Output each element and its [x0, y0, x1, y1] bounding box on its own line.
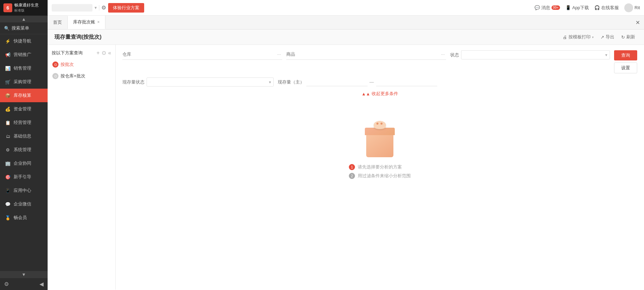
- sidebar-item-label-inventory: 库存核算: [14, 92, 31, 98]
- experience-btn[interactable]: 体验行业方案: [108, 3, 144, 13]
- add-schema-btn[interactable]: +: [97, 50, 100, 56]
- export-btn[interactable]: ↗ 导出: [598, 33, 616, 41]
- quick-nav-icon: ⚡: [5, 38, 11, 44]
- sidebar-item-quick-nav[interactable]: ⚡ 快捷导航: [0, 34, 48, 48]
- sales-icon: 📊: [5, 65, 11, 71]
- app-download-btn[interactable]: 📱 App下载: [565, 5, 589, 11]
- tab-close-icon[interactable]: ×: [97, 20, 100, 24]
- inventory-amount-max[interactable]: [376, 78, 437, 86]
- left-panel-title: 按以下方案查询: [52, 50, 83, 56]
- export-icon: ↗: [600, 35, 604, 40]
- sidebar-item-operation[interactable]: 📋 经营管理: [0, 116, 48, 129]
- chevron-up-icon: ▲▲: [361, 91, 370, 96]
- warehouse-input[interactable]: [133, 50, 274, 58]
- page-header-actions: 🖨 按模板打印 ▾ ↗ 导出 ↻ 刷新: [561, 33, 637, 41]
- page-title: 现存量查询(按批次): [54, 34, 102, 41]
- scroll-up-btn[interactable]: ▲: [0, 16, 48, 22]
- search-menu[interactable]: 🔍 搜索菜单: [0, 22, 48, 34]
- box-face: [374, 121, 386, 129]
- marketing-icon: 📢: [5, 52, 11, 58]
- scroll-down-btn[interactable]: ▼: [0, 271, 48, 278]
- online-service-btn[interactable]: 🎧 在线客服: [594, 5, 619, 11]
- inventory-status-select-wrapper: ▾: [147, 77, 274, 87]
- right-panel: 仓库 ··· 商品 ··· 状态: [116, 45, 644, 290]
- schema-label-by-batch: 按批次: [61, 61, 74, 68]
- messages-icon: 💬: [535, 5, 540, 10]
- settings-button[interactable]: 设置: [614, 62, 637, 73]
- sidebar-item-system[interactable]: ⚙ 系统管理: [0, 143, 48, 157]
- schema-icon-batch: ⊙: [52, 61, 58, 68]
- status-select-wrapper: ▾: [461, 50, 610, 59]
- sidebar-item-label-marketing: 营销推广: [14, 52, 31, 58]
- purchase-icon: 🛒: [5, 79, 11, 85]
- sidebar-item-member[interactable]: 🏅 畅会员: [0, 211, 48, 224]
- sidebar-item-sales[interactable]: 📊 销售管理: [0, 61, 48, 75]
- schema-settings-btn[interactable]: ⊙: [102, 50, 106, 56]
- tab-home-label: 首页: [53, 19, 62, 25]
- operation-icon: 📋: [5, 120, 11, 126]
- app-logo: 6: [3, 3, 12, 12]
- box-body: [366, 133, 393, 157]
- topbar-divider: [99, 5, 99, 11]
- messages-badge: 99+: [552, 5, 560, 10]
- headset-icon: 🎧: [594, 5, 600, 10]
- empty-illustration: [359, 120, 400, 157]
- refresh-icon: ↻: [621, 35, 625, 40]
- schema-item-by-warehouse-batch[interactable]: ⊙ 按仓库+批次: [48, 70, 115, 82]
- tab-inventory-batch-label: 库存批次账: [73, 19, 95, 25]
- export-label: 导出: [606, 34, 614, 40]
- collapse-filter-btn[interactable]: ▲▲ 收起更多条件: [122, 89, 637, 99]
- member-icon: 🏅: [5, 215, 11, 221]
- sidebar-item-enterprise[interactable]: 🏢 企业协同: [0, 157, 48, 170]
- sidebar-item-marketing[interactable]: 📢 营销推广: [0, 48, 48, 61]
- sidebar-item-label-sales: 销售管理: [14, 65, 31, 71]
- search-menu-label: 搜索菜单: [12, 25, 29, 31]
- print-btn[interactable]: 🖨 按模板打印 ▾: [561, 33, 596, 41]
- sidebar-item-newbie[interactable]: 🎯 新手引导: [0, 170, 48, 184]
- user-name: Rit: [634, 5, 640, 10]
- sidebar-item-app-center[interactable]: 📱 应用中心: [0, 184, 48, 197]
- sidebar-settings-icon[interactable]: ⚙: [4, 281, 9, 287]
- hint-text-2: 用过滤条件来缩小分析范围: [358, 173, 411, 179]
- range-separator: —: [370, 79, 374, 85]
- sidebar-item-label-finance: 资金管理: [14, 106, 31, 112]
- face-dot-right: [380, 123, 383, 125]
- sidebar-item-label-wechat: 企业微信: [14, 201, 31, 207]
- topbar-search-input[interactable]: [52, 4, 92, 12]
- schema-label-by-warehouse-batch: 按仓库+批次: [61, 73, 85, 79]
- sidebar-item-wechat[interactable]: 💬 企业微信: [0, 197, 48, 211]
- finance-icon: 💰: [5, 106, 11, 112]
- search-icon: 🔍: [4, 26, 10, 31]
- page-header: 现存量查询(按批次) 🖨 按模板打印 ▾ ↗ 导出 ↻ 刷新: [48, 30, 644, 45]
- inventory-amount-min[interactable]: [306, 78, 368, 86]
- tabs-close-all-btn[interactable]: ✕: [631, 19, 644, 26]
- sidebar-item-purchase[interactable]: 🛒 采购管理: [0, 75, 48, 89]
- print-dropdown-icon[interactable]: ▾: [592, 35, 594, 39]
- topbar-settings-icon[interactable]: ⚙: [101, 4, 106, 11]
- sidebar-item-finance[interactable]: 💰 资金管理: [0, 102, 48, 116]
- messages-btn[interactable]: 💬 消息 99+: [535, 5, 560, 11]
- product-input[interactable]: [297, 50, 438, 58]
- sidebar-item-label-quick-nav: 快捷导航: [14, 38, 31, 44]
- inventory-status-select[interactable]: [147, 77, 274, 87]
- schema-item-by-batch[interactable]: ⊙ 按批次: [48, 59, 115, 70]
- user-avatar: [624, 3, 633, 12]
- refresh-btn[interactable]: ↻ 刷新: [619, 33, 637, 41]
- online-service-label: 在线客服: [601, 5, 619, 11]
- tab-home[interactable]: 首页: [48, 16, 68, 29]
- schema-collapse-btn[interactable]: «: [108, 50, 111, 56]
- warehouse-more-btn[interactable]: ···: [276, 52, 282, 57]
- empty-hint-2: 2 用过滤条件来缩小分析范围: [349, 173, 411, 179]
- topbar-dropdown-icon[interactable]: ▾: [95, 5, 97, 10]
- product-more-btn[interactable]: ···: [440, 52, 446, 57]
- sidebar: 6 畅康通好生意 标准版 ▲ 🔍 搜索菜单 ⚡ 快捷导航 📢 营销推广 📊 销售…: [0, 0, 48, 290]
- sidebar-item-label-enterprise: 企业协同: [14, 160, 31, 166]
- user-avatar-area[interactable]: Rit: [624, 3, 640, 12]
- sidebar-item-basics[interactable]: 🗂 基础信息: [0, 129, 48, 143]
- sidebar-item-inventory[interactable]: 📦 库存核算: [0, 89, 48, 102]
- query-button[interactable]: 查询: [614, 50, 637, 60]
- hint-num-1: 1: [349, 164, 355, 170]
- sidebar-collapse-icon[interactable]: ◀: [39, 281, 44, 287]
- tab-inventory-batch[interactable]: 库存批次账 ×: [68, 16, 105, 29]
- status-select[interactable]: [461, 50, 610, 59]
